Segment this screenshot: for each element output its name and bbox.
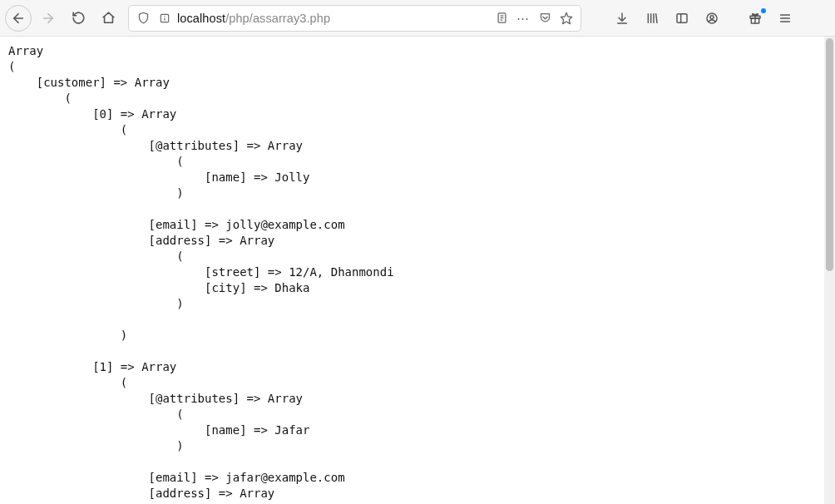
page-viewport: Array ( [customer] => Array ( [0] => Arr… [0,37,835,504]
reader-mode-icon[interactable] [492,9,511,27]
svg-rect-16 [677,13,687,22]
site-info-icon[interactable] [157,9,172,27]
php-print-r-output: Array ( [customer] => Array ( [0] => Arr… [0,37,835,502]
url-text[interactable]: localhost/php/assarray3.php [177,12,487,25]
page-actions-icon[interactable]: ⋯ [514,9,532,27]
address-bar[interactable]: localhost/php/assarray3.php ⋯ [128,5,581,32]
account-icon [705,12,719,25]
sidebar-icon [675,12,689,25]
hamburger-icon [778,12,792,25]
scrollbar-thumb[interactable] [826,38,833,271]
downloads-button[interactable] [608,5,636,32]
arrow-right-icon [41,11,56,26]
back-button[interactable] [5,5,32,32]
reload-icon [72,11,86,25]
sidebar-button[interactable] [668,5,696,32]
whats-new-button[interactable] [741,5,769,32]
library-button[interactable] [638,5,666,32]
app-menu-button[interactable] [771,5,799,32]
home-button[interactable] [95,5,121,32]
library-icon [645,12,659,25]
reload-button[interactable] [65,5,91,32]
shield-icon[interactable] [134,9,152,27]
svg-line-15 [656,13,657,22]
browser-toolbar: localhost/php/assarray3.php ⋯ [0,0,835,37]
home-icon [101,11,116,25]
scrollbar-track[interactable] [824,37,835,504]
download-icon [615,12,629,25]
gift-icon [749,12,762,25]
notification-dot-icon [761,8,766,13]
forward-button[interactable] [35,5,62,32]
account-button[interactable] [698,5,726,32]
svg-marker-9 [561,12,571,23]
bookmark-star-icon[interactable] [557,9,576,27]
arrow-left-icon [11,11,26,26]
svg-point-19 [710,15,714,18]
pocket-icon[interactable] [536,9,554,27]
